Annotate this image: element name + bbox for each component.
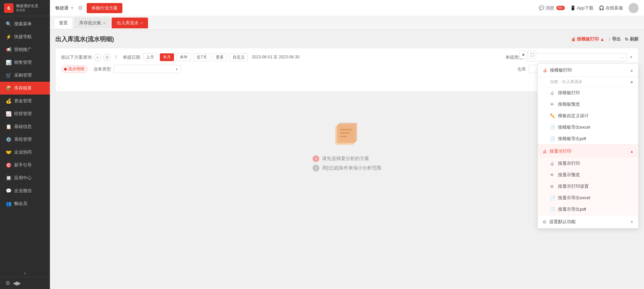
display-section-header-left: 🖨 按显示打印 — [543, 148, 572, 154]
sidebar-item-guide[interactable]: 🎯 新手引导 — [0, 159, 50, 172]
filter-add-button[interactable]: + — [94, 54, 101, 61]
close-panel-button[interactable]: × — [519, 51, 527, 59]
dropdown-item-template-excel[interactable]: 📄 按模板导出excel — [538, 122, 638, 133]
tab-flow[interactable]: 出入库流水 × — [112, 18, 148, 28]
print-dropdown-panel: 🖨 按模板打印 ▲ 当前：出入库流水 ▶ 🖨 按模板打印 👁 按模板预览 — [537, 63, 639, 229]
sidebar-item-apps[interactable]: 🔲 应用中心 — [0, 172, 50, 184]
dropdown-item-display-print[interactable]: 🖨 按显示打印 — [538, 158, 638, 169]
date-btn-this-month[interactable]: 本月 — [160, 53, 174, 61]
date-filter-label: 单据日期 — [123, 54, 140, 60]
filter-settings-button[interactable]: ⚙ — [103, 54, 111, 61]
dropdown-up-arrow-icon: ▲ — [630, 68, 634, 72]
refresh-action[interactable]: ↻ 刷新 — [625, 36, 639, 42]
sidebar-item-search[interactable]: 🔍 搜索菜单 — [0, 18, 50, 30]
item-display-print-label: 按显示打印 — [558, 160, 580, 166]
header-gear-icon[interactable]: ⚙ — [78, 5, 83, 11]
dropdown-header[interactable]: 🖨 按模板打印 ▲ — [538, 64, 638, 77]
sidebar-item-member[interactable]: 👥 畅会员 — [0, 197, 50, 210]
date-btn-custom[interactable]: 自定义 — [230, 53, 248, 61]
online-service-action[interactable]: 🎧 在线客服 — [599, 5, 623, 11]
sidebar-item-marketing[interactable]: 📢 营销推广 — [0, 43, 50, 56]
sidebar-item-system[interactable]: ⚙️ 系统管理 — [0, 133, 50, 146]
dropdown-item-display-pdf[interactable]: 📄 按显示导出pdf — [538, 204, 638, 215]
sidebar-item-basic[interactable]: 📋 基础信息 — [0, 120, 50, 133]
tab-home[interactable]: 首页 — [54, 18, 73, 28]
sidebar-item-operations[interactable]: 📈 经营管理 — [0, 107, 50, 120]
design-item-icon: ✏️ — [550, 113, 555, 119]
doc-type-dropdown-arrow[interactable]: ▼ — [630, 55, 633, 59]
sidebar-item-label: 快捷导航 — [14, 34, 32, 40]
display-section-label: 按显示打印 — [550, 148, 572, 154]
export-action[interactable]: ↑ 导出 — [609, 36, 621, 42]
sidebar-item-label: 应用中心 — [14, 175, 32, 181]
megaphone-icon: 📢 — [5, 47, 11, 53]
display-print-icon: 🖨 — [550, 161, 555, 166]
sidebar-item-purchase[interactable]: 🛒 采购管理 — [0, 69, 50, 82]
expand-panel-button[interactable]: ⛶ — [528, 51, 536, 59]
dropdown-item-display-excel[interactable]: 📄 按显示导出excel — [538, 192, 638, 204]
print-action[interactable]: 🖨 按模板打印 ▲ — [571, 36, 605, 42]
sidebar-item-label: 销售管理 — [14, 59, 32, 65]
sidebar-item-inventory[interactable]: 📦 库存核算 — [0, 82, 50, 95]
item-template-design-label: 模板自定义设计 — [558, 113, 589, 119]
tab-batch[interactable]: 库存批次账 × — [74, 18, 110, 28]
collapse-sidebar-icon[interactable]: ◀▶ — [13, 280, 21, 286]
step-1-text: 请先选择要分析的方案 — [322, 156, 369, 162]
sidebar-item-finance[interactable]: 💰 资金管理 — [0, 95, 50, 107]
app-download-action[interactable]: 📱 App下载 — [570, 5, 593, 11]
user-dropdown-icon: ▼ — [70, 6, 74, 10]
search-icon: 🔍 — [5, 21, 11, 27]
date-btn-more[interactable]: 更多 — [213, 53, 227, 61]
footer-arrow-icon: ▼ — [630, 220, 634, 224]
date-btn-this-year[interactable]: 本年 — [177, 53, 191, 61]
warehouse-label: 仓库 — [517, 66, 526, 72]
dropdown-item-display-settings[interactable]: ⚙ 按显示打印设置 — [538, 181, 638, 192]
empty-step-2: 2 用[过滤]条件来缩小分析范围 — [313, 165, 381, 172]
filter-actions: 按以下方案查询 + ⚙ 《 — [61, 54, 117, 61]
target-icon: 🎯 — [5, 162, 11, 168]
top-header: 畅捷通 ▼ ⚙ 体验行业方案 💬 消息 99+ 📱 App下载 🎧 在线客服 — [50, 0, 644, 16]
item-display-pdf-label: 按显示导出pdf — [558, 206, 586, 212]
dropdown-footer[interactable]: ⚙ 设置默认功能 ▼ — [538, 215, 638, 228]
current-template-row: 当前：出入库流水 ▶ — [538, 77, 638, 87]
display-section-header[interactable]: 🖨 按显示打印 ▲ — [538, 144, 638, 158]
dropdown-item-display-preview[interactable]: 👁 按显示预览 — [538, 169, 638, 181]
filter-collapse-icon[interactable]: 《 — [113, 54, 117, 60]
avatar[interactable] — [628, 3, 639, 13]
date-btn-7days[interactable]: 近7天 — [194, 53, 210, 61]
display-preview-icon: 👁 — [550, 173, 555, 178]
settings-icon[interactable]: ⚙ — [5, 280, 10, 286]
user-info[interactable]: 畅捷通 ▼ — [55, 5, 74, 11]
tab-flow-label: 出入库流水 — [117, 20, 139, 26]
sidebar-item-label: 营销推广 — [14, 47, 32, 53]
sidebar-item-wechat[interactable]: 💬 企业微信 — [0, 184, 50, 197]
trial-button[interactable]: 体验行业方案 — [87, 3, 122, 13]
sidebar-item-label: 采购管理 — [14, 72, 32, 78]
sidebar-item-label: 库存核算 — [14, 85, 32, 91]
business-type-select[interactable] — [114, 65, 181, 73]
dropdown-footer-left: ⚙ 设置默认功能 — [543, 219, 576, 225]
sidebar-item-enterprise[interactable]: 🤝 企业协同 — [0, 146, 50, 159]
sidebar-item-label: 企业微信 — [14, 188, 32, 194]
sidebar-scroll-down[interactable]: ▼ — [0, 270, 50, 277]
tab-flow-close[interactable]: × — [141, 21, 143, 25]
business-type-select-wrapper[interactable] — [114, 65, 181, 73]
doc-type-input[interactable]: ··· — [526, 53, 627, 61]
sidebar-item-shortcut[interactable]: ⚡ 快捷导航 — [0, 30, 50, 43]
dropdown-item-template-print[interactable]: 🖨 按模板打印 — [538, 87, 638, 99]
chat-icon: 💬 — [5, 188, 11, 194]
print-arrow-icon: ▲ — [600, 37, 605, 42]
item-template-pdf-label: 按模板导出pdf — [558, 136, 586, 142]
dropdown-item-template-preview[interactable]: 👁 按模板预览 — [538, 99, 638, 110]
date-btn-last-month[interactable]: 上月 — [143, 53, 157, 61]
money-icon: 💰 — [5, 98, 11, 104]
dropdown-item-template-pdf[interactable]: 📄 按模板导出pdf — [538, 133, 638, 144]
doc-type-input-field[interactable] — [526, 53, 617, 61]
tab-batch-close[interactable]: × — [103, 21, 105, 25]
messages-action[interactable]: 💬 消息 99+ — [539, 5, 565, 11]
dropdown-item-template-design[interactable]: ✏️ 模板自定义设计 — [538, 110, 638, 122]
sidebar-item-label: 经营管理 — [14, 111, 32, 117]
doc-type-more-icon[interactable]: ··· — [617, 55, 626, 60]
sidebar-item-sales[interactable]: 📊 销售管理 — [0, 56, 50, 69]
display-settings-icon: ⚙ — [550, 184, 555, 189]
